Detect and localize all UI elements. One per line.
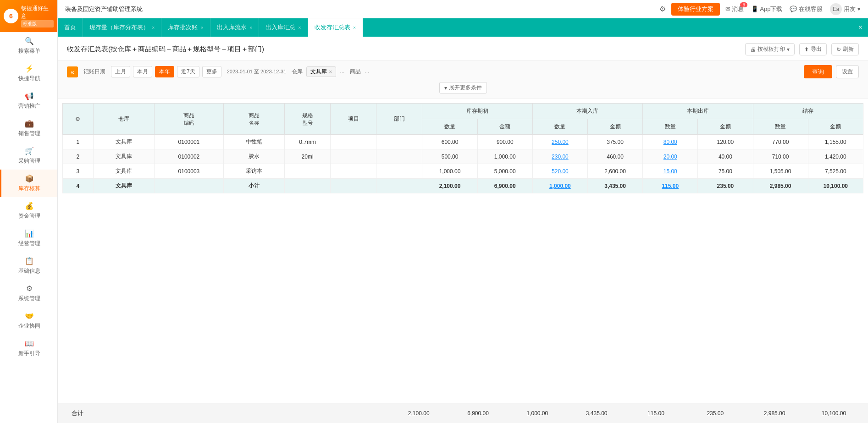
subtotal-num: 4 bbox=[63, 179, 94, 193]
expand-filter-button[interactable]: ▾ 展开更多条件 bbox=[439, 82, 487, 93]
warehouse-more-button[interactable]: ··· bbox=[340, 69, 344, 75]
tab-stock-summary[interactable]: 收发存汇总表 × bbox=[308, 18, 363, 37]
filter-row: « 记账日期 上月 本月 本年 近7天 更多 2023-01-01 至 2023… bbox=[67, 65, 859, 78]
row-opening-amt: 5,000.00 bbox=[477, 164, 532, 179]
opening-qty-header: 数量 bbox=[422, 119, 477, 135]
app-download-button[interactable]: 📱 App下载 bbox=[751, 5, 782, 13]
out-amt-header: 金额 bbox=[698, 119, 753, 135]
settings-icon[interactable]: ⚙ bbox=[659, 5, 666, 13]
filter-toggle-button[interactable]: « bbox=[67, 66, 78, 77]
row-out-qty[interactable]: 80.00 bbox=[643, 135, 698, 149]
sidebar-item-collab[interactable]: 🤝 企业协同 bbox=[0, 307, 57, 335]
row-in-qty[interactable]: 230.00 bbox=[532, 149, 587, 164]
warehouse-header: 仓库 bbox=[93, 104, 155, 135]
close-icon[interactable]: × bbox=[353, 25, 356, 30]
row-name: 中性笔 bbox=[223, 135, 285, 149]
sidebar-item-purchase[interactable]: 🛒 采购管理 bbox=[0, 142, 57, 170]
message-button[interactable]: ✉ 消息 6 bbox=[725, 5, 744, 13]
subtotal-dept bbox=[376, 179, 422, 193]
row-project bbox=[331, 149, 376, 164]
date-btn-this-month[interactable]: 本月 bbox=[133, 66, 152, 77]
total-in-qty: 1,000.00 bbox=[508, 410, 567, 417]
total-cells: 2,100.00 6,900.00 1,000.00 3,435.00 115.… bbox=[93, 410, 863, 417]
close-icon[interactable]: × bbox=[200, 25, 203, 30]
chevron-down-icon: ▾ bbox=[857, 5, 861, 12]
date-label: 记账日期 bbox=[83, 68, 105, 76]
sidebar-item-sales[interactable]: 💼 销售管理 bbox=[0, 115, 57, 142]
sidebar-item-nav[interactable]: ⚡ 快捷导航 bbox=[0, 60, 57, 87]
spec-header: 规格型号 bbox=[285, 104, 331, 135]
column-settings-button[interactable]: 设置 bbox=[836, 65, 859, 78]
tab-inventory-dist[interactable]: 现存量（库存分布表） × bbox=[83, 18, 161, 37]
sidebar-item-label: 快捷导航 bbox=[18, 75, 40, 82]
page-actions: 🖨 按模板打印 ▾ ⬆ 导出 ↻ 刷新 bbox=[745, 43, 859, 55]
table-settings-header[interactable]: ⚙ bbox=[63, 104, 94, 135]
close-icon[interactable]: × bbox=[298, 25, 301, 30]
row-out-qty[interactable]: 15.00 bbox=[643, 164, 698, 179]
goods-more-button[interactable]: ··· bbox=[365, 69, 369, 75]
page-content: 收发存汇总表(按仓库＋商品编码＋商品＋规格型号＋项目＋部门) 🖨 按模板打印 ▾… bbox=[58, 37, 868, 403]
sidebar-item-basic[interactable]: 📋 基础信息 bbox=[0, 252, 57, 280]
total-in-amt: 3,435.00 bbox=[567, 410, 626, 417]
sidebar-item-inventory[interactable]: 📦 库存核算 bbox=[0, 170, 57, 197]
subtotal-in-amt: 3,435.00 bbox=[587, 179, 642, 193]
close-icon[interactable]: × bbox=[249, 25, 252, 30]
row-in-qty[interactable]: 250.00 bbox=[532, 135, 587, 149]
date-btn-7days[interactable]: 近7天 bbox=[177, 66, 199, 77]
sidebar-item-label: 营销推广 bbox=[18, 102, 40, 110]
date-btn-this-year[interactable]: 本年 bbox=[155, 66, 174, 77]
logo-badge: 标准版 bbox=[21, 20, 54, 27]
print-button[interactable]: 🖨 按模板打印 ▾ bbox=[745, 43, 795, 55]
tab-home[interactable]: 首页 bbox=[58, 18, 83, 37]
total-empty-2 bbox=[152, 410, 211, 417]
row-in-qty[interactable]: 520.00 bbox=[532, 164, 587, 179]
trial-button[interactable]: 体验行业方案 bbox=[671, 3, 720, 16]
date-btn-more[interactable]: 更多 bbox=[202, 66, 221, 77]
user-menu[interactable]: Ea 用友 ▾ bbox=[830, 3, 861, 15]
row-warehouse: 文具库 bbox=[93, 149, 155, 164]
warehouse-label: 仓库 bbox=[292, 68, 303, 76]
row-spec: 0.7mm bbox=[285, 135, 331, 149]
subtotal-in-qty[interactable]: 1,000.00 bbox=[532, 179, 587, 193]
warehouse-tag[interactable]: 文具库 × bbox=[306, 66, 336, 77]
date-btn-prev-month[interactable]: 上月 bbox=[111, 66, 130, 77]
main-area: 装备及固定资产辅助管理系统 ⚙ 体验行业方案 ✉ 消息 6 📱 App下载 💬 … bbox=[58, 0, 868, 423]
refresh-button[interactable]: ↻ 刷新 bbox=[831, 43, 859, 55]
bottom-bar: 合计 2,100.00 6,900.00 1,000.00 3,435.00 1… bbox=[58, 403, 868, 423]
row-num: 3 bbox=[63, 164, 94, 179]
tabbar-close-button[interactable]: × bbox=[858, 23, 862, 32]
row-code: 0100001 bbox=[155, 135, 223, 149]
balance-amt-header: 金额 bbox=[808, 119, 863, 135]
row-name: 胶水 bbox=[223, 149, 285, 164]
warehouse-tag-close[interactable]: × bbox=[329, 69, 332, 75]
balance-group-header: 结存 bbox=[753, 104, 863, 119]
subtotal-name: 小计 bbox=[223, 179, 285, 193]
total-opening-amt: 6,900.00 bbox=[448, 410, 508, 417]
tab-inout-summary[interactable]: 出入库汇总 × bbox=[259, 18, 308, 37]
sidebar-item-business[interactable]: 📊 经营管理 bbox=[0, 225, 57, 252]
export-button[interactable]: ⬆ 导出 bbox=[799, 43, 827, 55]
online-service-button[interactable]: 💬 在线客服 bbox=[790, 5, 823, 13]
row-balance-amt: 1,155.00 bbox=[808, 135, 863, 149]
sidebar-item-label: 销售管理 bbox=[18, 130, 40, 137]
row-warehouse: 文具库 bbox=[93, 135, 155, 149]
page-inner: 收发存汇总表(按仓库＋商品编码＋商品＋规格型号＋项目＋部门) 🖨 按模板打印 ▾… bbox=[58, 37, 868, 403]
row-code: 0100002 bbox=[155, 149, 223, 164]
sidebar-item-guide[interactable]: 📖 新手引导 bbox=[0, 335, 57, 362]
page-header: 收发存汇总表(按仓库＋商品编码＋商品＋规格型号＋项目＋部门) 🖨 按模板打印 ▾… bbox=[58, 37, 868, 60]
row-project bbox=[331, 135, 376, 149]
query-button[interactable]: 查询 bbox=[804, 65, 832, 78]
sidebar-item-finance[interactable]: 💰 资金管理 bbox=[0, 197, 57, 225]
tab-label: 库存批次账 bbox=[168, 23, 198, 32]
row-out-qty[interactable]: 20.00 bbox=[643, 149, 698, 164]
close-icon[interactable]: × bbox=[152, 25, 155, 30]
tab-batch[interactable]: 库存批次账 × bbox=[161, 18, 210, 37]
subtotal-code bbox=[155, 179, 223, 193]
tab-inout-flow[interactable]: 出入库流水 × bbox=[210, 18, 259, 37]
subtotal-out-qty[interactable]: 115.00 bbox=[643, 179, 698, 193]
row-balance-amt: 1,420.00 bbox=[808, 149, 863, 164]
sidebar-item-system[interactable]: ⚙ 系统管理 bbox=[0, 280, 57, 307]
sidebar-logo: 6 畅捷通好生意 标准版 bbox=[0, 0, 57, 32]
sidebar-item-search[interactable]: 🔍 搜索菜单 bbox=[0, 32, 57, 60]
sidebar-item-marketing[interactable]: 📢 营销推广 bbox=[0, 87, 57, 115]
